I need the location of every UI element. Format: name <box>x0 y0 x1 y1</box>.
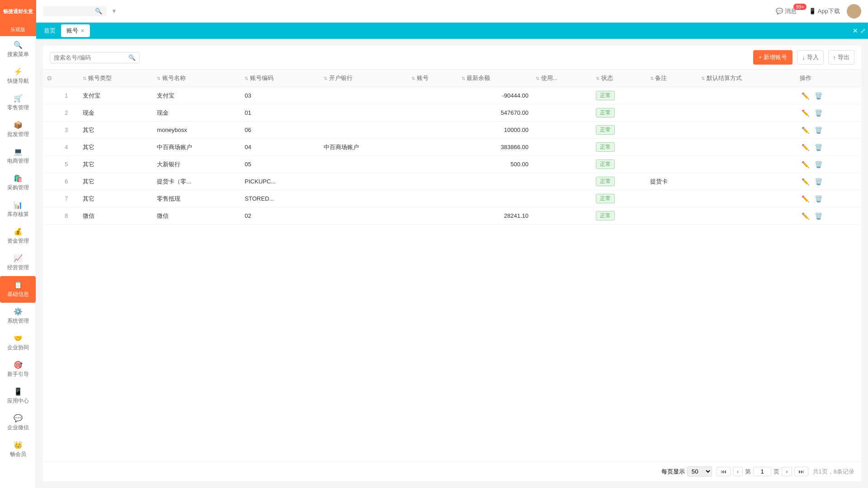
tab-accounts-close[interactable]: ✕ <box>80 28 85 34</box>
cell-account-code: 06 <box>241 122 320 139</box>
cell-index: 3 <box>61 122 79 139</box>
col-default-settle[interactable]: ⇅ 默认结算方式 <box>698 70 796 87</box>
delete-button[interactable]: 🗑️ <box>813 211 824 221</box>
app-download-button[interactable]: 📱 App下载 <box>809 7 840 15</box>
topbar: 🔍 ▼ 💬 消息 99+ 📱 App下载 <box>36 0 868 23</box>
delete-button[interactable]: 🗑️ <box>813 108 824 117</box>
cell-settings <box>43 173 61 190</box>
topbar-search-box[interactable]: 🔍 <box>43 6 107 16</box>
cell-status: 正常 <box>592 190 646 207</box>
last-page-button[interactable]: ⏭ <box>794 467 808 476</box>
user-avatar[interactable] <box>847 4 861 19</box>
col-latest-balance[interactable]: ⇅ 最新余额 <box>458 70 532 87</box>
edit-button[interactable]: ✏️ <box>800 108 811 117</box>
col-index <box>61 70 79 87</box>
edit-button[interactable]: ✏️ <box>800 194 811 203</box>
sidebar-item-retail-mgmt[interactable]: 🛒 零售管理 <box>0 89 36 116</box>
prev-page-button[interactable]: ‹ <box>733 467 743 476</box>
page-size-selector: 每页显示 50 20 100 <box>661 466 712 477</box>
tabbar-expand-btn[interactable]: ⤢ <box>860 27 866 34</box>
edit-button[interactable]: ✏️ <box>800 126 811 135</box>
delete-button[interactable]: 🗑️ <box>813 177 824 186</box>
cell-account-type: 其它 <box>79 122 153 139</box>
edit-button[interactable]: ✏️ <box>800 91 811 100</box>
ops-mgmt-icon: 📈 <box>14 254 23 263</box>
status-badge: 正常 <box>596 177 615 186</box>
page-size-select[interactable]: 50 20 100 <box>687 466 712 477</box>
export-button[interactable]: ↑ 导出 <box>828 50 855 65</box>
cell-default-settle <box>698 190 796 207</box>
table-container: ⚙ ⇅ 账号类型 ⇅ 账号名称 ⇅ 账号编码 <box>43 70 861 461</box>
delete-button[interactable]: 🗑️ <box>813 126 824 135</box>
topbar-dropdown-icon[interactable]: ▼ <box>111 8 117 14</box>
cell-index: 1 <box>61 87 79 104</box>
cell-remark <box>646 156 698 173</box>
retail-mgmt-icon: 🛒 <box>14 94 23 103</box>
topbar-search-icon: 🔍 <box>95 8 102 14</box>
col-account-code[interactable]: ⇅ 账号编码 <box>241 70 320 87</box>
table-row: 2 现金 现金 01 547670.00 正常 ✏️ 🗑️ <box>43 104 861 122</box>
tabbar: 首页 账号 ✕ ✕ ⤢ <box>36 23 868 39</box>
cell-account-code: 03 <box>241 87 320 104</box>
delete-button[interactable]: 🗑️ <box>813 143 824 152</box>
col-account-type[interactable]: ⇅ 账号类型 <box>79 70 153 87</box>
col-account-no[interactable]: ⇅ 账号 <box>408 70 458 87</box>
import-button[interactable]: ↓ 导入 <box>797 50 824 65</box>
cell-account-no <box>408 173 458 190</box>
page-number-input[interactable]: 1 <box>753 467 771 476</box>
sidebar-item-new-guide[interactable]: 🎯 新手引导 <box>0 356 36 383</box>
delete-button[interactable]: 🗑️ <box>813 91 824 100</box>
sidebar-item-corp-agreement[interactable]: 🤝 企业协同 <box>0 329 36 356</box>
sidebar-item-quick-nav[interactable]: ⚡ 快捷导航 <box>0 63 36 89</box>
edit-button[interactable]: ✏️ <box>800 177 811 186</box>
tab-accounts[interactable]: 账号 ✕ <box>61 24 90 37</box>
delete-button[interactable]: 🗑️ <box>813 194 824 203</box>
next-page-button[interactable]: › <box>782 467 792 476</box>
edit-button[interactable]: ✏️ <box>800 143 811 152</box>
sidebar-item-ops-mgmt[interactable]: 📈 经营管理 <box>0 249 36 276</box>
cell-account-type: 支付宝 <box>79 87 153 104</box>
tab-accounts-label: 账号 <box>66 27 78 35</box>
sidebar-item-wholesale-mgmt[interactable]: 📦 批发管理 <box>0 116 36 143</box>
sidebar-item-search-menu[interactable]: 🔍 搜索菜单 <box>0 36 36 63</box>
cell-status: 正常 <box>592 173 646 190</box>
add-account-button[interactable]: + 新增账号 <box>753 50 793 65</box>
delete-button[interactable]: 🗑️ <box>813 160 824 169</box>
cell-account-code: 04 <box>241 139 320 156</box>
cell-settings <box>43 156 61 173</box>
tabbar-close-btn[interactable]: ✕ <box>853 27 858 34</box>
search-box[interactable]: 🔍 <box>50 52 140 63</box>
edit-button[interactable]: ✏️ <box>800 160 811 169</box>
message-button[interactable]: 💬 消息 99+ <box>776 7 802 15</box>
col-remark[interactable]: ⇅ 备注 <box>646 70 698 87</box>
sidebar-item-corp-wechat[interactable]: 💬 企业微信 <box>0 409 36 436</box>
col-usage[interactable]: ⇅ 使用... <box>532 70 592 87</box>
export-icon: ↑ <box>833 54 836 61</box>
edit-button[interactable]: ✏️ <box>800 211 811 221</box>
cell-account-no <box>408 207 458 225</box>
sidebar-item-purchase-mgmt[interactable]: 🛍️ 采购管理 <box>0 169 36 196</box>
tab-home[interactable]: 首页 <box>38 24 61 37</box>
col-bank[interactable]: ⇅ 开户银行 <box>320 70 408 87</box>
cell-account-type: 其它 <box>79 190 153 207</box>
topbar-search-input[interactable] <box>47 8 93 14</box>
sidebar-item-ecommerce-mgmt[interactable]: 💻 电商管理 <box>0 143 36 169</box>
table-row: 1 支付宝 支付宝 03 -90444.00 正常 ✏️ 🗑️ <box>43 87 861 104</box>
sidebar-item-capital-mgmt[interactable]: 💰 资金管理 <box>0 223 36 249</box>
sidebar-item-inventory[interactable]: 📊 库存核算 <box>0 196 36 223</box>
sidebar-item-vip[interactable]: 👑 畅会员 <box>0 436 36 463</box>
sidebar-item-sys-mgmt[interactable]: ⚙️ 系统管理 <box>0 303 36 329</box>
col-status[interactable]: ⇅ 状态 <box>592 70 646 87</box>
col-account-name[interactable]: ⇅ 账号名称 <box>153 70 241 87</box>
logo: 畅捷通财生意 <box>0 0 36 23</box>
sidebar-item-basic-info[interactable]: 📋 基础信息 <box>0 276 36 303</box>
cell-usage <box>532 122 592 139</box>
search-input[interactable] <box>54 54 126 61</box>
settings-icon[interactable]: ⚙ <box>47 75 52 82</box>
status-badge: 正常 <box>596 194 615 203</box>
first-page-button[interactable]: ⏮ <box>717 467 731 476</box>
sidebar-item-app-center[interactable]: 📱 应用中心 <box>0 383 36 409</box>
cell-index: 2 <box>61 104 79 122</box>
tabbar-actions: ✕ ⤢ <box>853 27 866 34</box>
sidebar-item-label: 基础信息 <box>7 291 29 298</box>
